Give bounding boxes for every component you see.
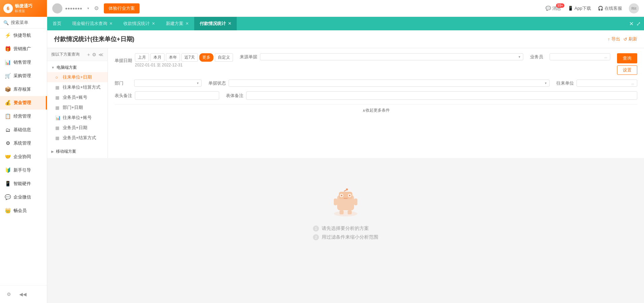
sidebar-label-funds: 资金管理 (13, 100, 31, 106)
source-label: 来源单据 (240, 54, 257, 60)
date-btn[interactable]: 近7天 (181, 53, 198, 62)
header-remark-input[interactable] (135, 91, 219, 100)
profile-dropdown-icon[interactable]: ▾ (87, 6, 89, 10)
collapse-icon: ∧ (362, 108, 365, 113)
scheme-section-mobile: ▶ 移动端方案 (47, 145, 108, 158)
user-avatar[interactable]: Rit (629, 3, 639, 13)
sidebar-item-hardware[interactable]: 📱智能硬件 (0, 177, 47, 190)
source-select[interactable]: ▾ (260, 53, 523, 60)
export-icon: ↑ (608, 37, 610, 42)
sidebar-item-guide[interactable]: 🔰新手引导 (0, 163, 47, 177)
date-btn[interactable]: 更多 (199, 53, 213, 62)
date-btn[interactable]: 上月 (135, 53, 149, 62)
doc-status-arrow: ▾ (545, 81, 547, 85)
sidebar-label-marketing: 营销推广 (13, 46, 31, 52)
sidebar-label-hardware: 智能硬件 (13, 181, 31, 187)
sidebar-label-member: 畅会员 (13, 208, 27, 214)
scheme-panel: 按以下方案查询 + ⚙ ≪ ▼ 电脑端方案 ○往来单位+日期▦往来单位+结算方式… (47, 48, 108, 158)
sidebar-item-system[interactable]: ⚙系统管理 (0, 137, 47, 150)
settings-btn[interactable]: 设置 (617, 65, 637, 75)
user-profile[interactable]: ●●●●●●● (52, 3, 82, 13)
scheme-header-title: 按以下方案查询 (51, 52, 80, 57)
scheme-item[interactable]: ▦部门+日期 (47, 102, 108, 113)
scheme-item-icon: 📊 (55, 115, 61, 120)
tab-close-payment[interactable]: ✕ (228, 21, 231, 26)
scheme-item-icon: ▦ (55, 85, 61, 90)
scheme-item[interactable]: ▦业务员+日期 (47, 123, 108, 133)
scheme-item-label: 往来单位+日期 (63, 74, 92, 80)
tab-new-scheme[interactable]: 新建方案✕ (160, 17, 194, 30)
sidebar-item-basic[interactable]: 🗂基础信息 (0, 123, 47, 137)
sidebar-item-inventory[interactable]: 📦库存核算 (0, 83, 47, 96)
search-menu[interactable]: 🔍 搜索菜单 (0, 17, 47, 29)
svg-point-13 (346, 188, 348, 190)
scheme-collapse-icon[interactable]: ≪ (98, 52, 104, 57)
filter-right-panel: 单据日期 上月本月本年近7天更多自定义 2022-01-01 至 2022-12… (108, 48, 644, 158)
scheme-header: 按以下方案查询 + ⚙ ≪ (47, 48, 108, 61)
sidebar-icon-sales: 📊 (5, 59, 11, 65)
tabbar-close-btn[interactable]: ✕ (629, 21, 634, 27)
collapse-icon[interactable]: ◀◀ (18, 289, 28, 300)
tab-income[interactable]: 收款情况统计✕ (118, 17, 160, 30)
tab-payment[interactable]: 付款情况统计✕ (194, 17, 237, 30)
sidebar-nav: ⚡快捷导航🎁营销推广📊销售管理🛒采购管理📦库存核算💰资金管理📋经营管理🗂基础信息… (0, 29, 47, 285)
salesperson-label: 业务员 (530, 54, 547, 60)
tab-home[interactable]: 首页 (47, 17, 67, 30)
sidebar-item-marketing[interactable]: 🎁营销推广 (0, 42, 47, 56)
scheme-item[interactable]: 📊往来单位+账号 (47, 113, 108, 123)
trial-btn[interactable]: 体验行业方案 (104, 3, 140, 13)
scheme-item[interactable]: ▦往来单位+结算方式 (47, 82, 108, 92)
sidebar-item-purchase[interactable]: 🛒采购管理 (0, 69, 47, 83)
tab-close-income[interactable]: ✕ (152, 21, 155, 26)
date-btn[interactable]: 本年 (166, 53, 180, 62)
date-btn[interactable]: 自定义 (215, 53, 233, 62)
tab-close-bank[interactable]: ✕ (109, 21, 113, 26)
date-filter: 单据日期 上月本月本年近7天更多自定义 2022-01-01 至 2022-12… (115, 53, 233, 68)
export-btn[interactable]: ↑ 导出 (608, 36, 620, 42)
topbar-gear-icon[interactable]: ⚙ (94, 5, 99, 11)
doc-status-filter: 单据状态 ▾ (208, 80, 550, 87)
collapse-bar[interactable]: ∧ 收起更多条件 (115, 104, 637, 116)
scheme-section-mobile-header[interactable]: ▶ 移动端方案 (47, 147, 108, 156)
body-remark-input[interactable] (246, 91, 637, 100)
scheme-settings-icon[interactable]: ⚙ (92, 52, 96, 57)
sidebar-item-sales[interactable]: 📊销售管理 (0, 56, 47, 69)
sidebar-item-operation[interactable]: 📋经营管理 (0, 110, 47, 123)
section-label: 电脑端方案 (57, 65, 77, 70)
scheme-section-desktop-header[interactable]: ▼ 电脑端方案 (47, 63, 108, 72)
add-scheme-icon[interactable]: + (87, 52, 90, 57)
tab-close-new-scheme[interactable]: ✕ (185, 21, 189, 26)
body-remark-filter: 表体备注 (226, 91, 637, 100)
settings-icon[interactable]: ⚙ (3, 289, 14, 300)
sidebar-icon-enterprise: 🤝 (5, 154, 11, 160)
service-btn[interactable]: 🎧 在线客服 (598, 5, 622, 11)
message-icon: 💬 (546, 6, 551, 11)
sidebar: 6 畅捷通巧 标准版 🔍 搜索菜单 ⚡快捷导航🎁营销推广📊销售管理🛒采购管理📦库… (0, 0, 47, 303)
sidebar-label-purchase: 采购管理 (13, 73, 31, 79)
dept-select-arrow: ▾ (197, 81, 199, 85)
query-btn[interactable]: 查询 (617, 53, 637, 63)
sidebar-icon-operation: 📋 (5, 113, 11, 119)
sidebar-item-funds[interactable]: 💰资金管理 (0, 96, 47, 110)
partner-select[interactable]: ... (577, 80, 637, 87)
message-btn[interactable]: 💬 消息 99+ (546, 5, 561, 11)
sidebar-item-member[interactable]: 👑畅会员 (0, 204, 47, 217)
tab-bank[interactable]: 现金银行流水查询✕ (67, 17, 118, 30)
scheme-item[interactable]: ▦业务员+结算方式 (47, 133, 108, 143)
salesperson-select[interactable]: ... (550, 53, 610, 60)
refresh-btn[interactable]: ↺ 刷新 (623, 36, 637, 42)
doc-status-select[interactable]: ▾ (229, 80, 550, 87)
date-btn[interactable]: 本月 (150, 53, 165, 62)
scheme-item-icon: ▦ (55, 105, 61, 110)
doc-status-label: 单据状态 (208, 80, 226, 86)
app-download-btn[interactable]: 📱 App下载 (568, 5, 591, 11)
tabbar-expand-btn[interactable]: ⤢ (636, 21, 641, 27)
page-content: 付款情况统计(往来单位+日期) ↑ 导出 ↺ 刷新 按以下方案查询 + (47, 30, 644, 303)
scheme-item[interactable]: ▦业务员+账号 (47, 92, 108, 102)
sidebar-item-wechat[interactable]: 💬企业微信 (0, 190, 47, 204)
sidebar-item-quick-nav[interactable]: ⚡快捷导航 (0, 29, 47, 42)
sidebar-label-operation: 经营管理 (13, 113, 31, 119)
dept-select[interactable]: ▾ (134, 80, 202, 87)
scheme-item[interactable]: ○往来单位+日期 (47, 72, 108, 82)
sidebar-item-enterprise[interactable]: 🤝企业协同 (0, 150, 47, 163)
